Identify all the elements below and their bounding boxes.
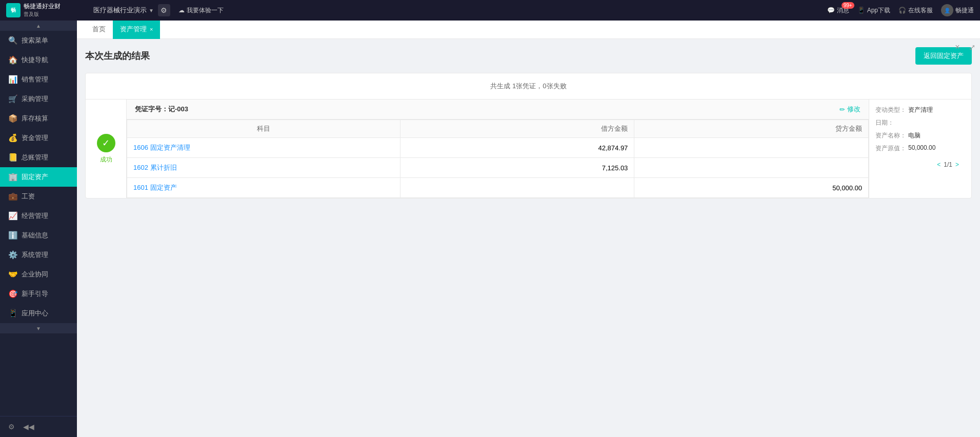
sidebar-item-label: 固定资产 [22, 172, 48, 182]
success-circle: ✓ [97, 134, 115, 152]
pagination: < 1/1 > [875, 157, 965, 172]
sidebar-item-quick-nav[interactable]: 🏠 快捷导航 [0, 50, 77, 70]
top-header: 畅 畅捷通好业财 普及版 医疗器械行业演示 ▼ ⚙ ☁ 我要体验一下 💬 消息 … [0, 0, 980, 21]
subject-cell: 1601 固定资产 [127, 178, 401, 198]
sidebar-item-label: 基础信息 [22, 231, 48, 240]
asset-value-label: 资产原值： [875, 144, 906, 153]
sidebar-item-system[interactable]: ⚙️ 系统管理 [0, 245, 77, 265]
sidebar-scroll-up[interactable]: ▲ [0, 21, 77, 31]
sidebar-item-funds[interactable]: 💰 资金管理 [0, 128, 77, 148]
user-area[interactable]: 👤 畅捷通 [941, 4, 974, 16]
asset-name-row: 资产名称： 电脑 [875, 131, 965, 140]
footer-settings-button[interactable]: ⚙ [6, 421, 17, 433]
sidebar: ▲ 🔍 搜索菜单 🏠 快捷导航 📊 销售管理 🛒 采购管理 📦 库存核算 💰 资… [0, 21, 77, 437]
debit-cell [400, 178, 634, 198]
sidebar-item-search[interactable]: 🔍 搜索菜单 [0, 31, 77, 50]
col-subject-header: 科目 [127, 120, 401, 138]
page-header: 本次生成的结果 返回固定资产 [85, 47, 972, 65]
sidebar-item-purchase[interactable]: 🛒 采购管理 [0, 89, 77, 109]
sidebar-item-label: 新手引导 [22, 289, 48, 299]
sidebar-item-payroll[interactable]: 💼 工资 [0, 187, 77, 206]
table-row: 1602 累计折旧 7,125.03 [127, 158, 869, 178]
expand-icon: ⤢ [969, 43, 975, 52]
summary-text: 共生成 1张凭证，0张失败 [490, 82, 566, 90]
asset-name-value: 电脑 [908, 131, 921, 140]
subject-link[interactable]: 1601 固定资产 [133, 184, 177, 191]
sidebar-item-operations[interactable]: 📈 经营管理 [0, 206, 77, 226]
close-button[interactable]: × [951, 41, 964, 53]
avatar: 👤 [941, 4, 953, 16]
success-text: 成功 [100, 155, 112, 164]
sidebar-item-collaboration[interactable]: 🤝 企业协同 [0, 265, 77, 284]
sidebar-scroll-down[interactable]: ▼ [0, 323, 77, 333]
header-right: 💬 消息 99+ 📱 App下载 🎧 在线客服 👤 畅捷通 [827, 4, 974, 16]
experience-button[interactable]: ☁ 我要体验一下 [178, 6, 224, 15]
sidebar-item-basic-info[interactable]: ℹ️ 基础信息 [0, 226, 77, 245]
nav-tabs: 首页 资产管理 × [77, 21, 980, 39]
expand-button[interactable]: ⤢ [966, 41, 978, 53]
header-middle: 医疗器械行业演示 ▼ ⚙ ☁ 我要体验一下 [83, 4, 827, 16]
credit-cell [634, 138, 869, 158]
support-button[interactable]: 🎧 在线客服 [898, 6, 933, 15]
info-icon: ℹ️ [8, 231, 17, 240]
subject-link[interactable]: 1606 固定资产清理 [133, 144, 190, 151]
result-area: 共生成 1张凭证，0张失败 ✓ 成功 凭证字 [85, 73, 972, 198]
messages-button[interactable]: 💬 消息 99+ [827, 6, 849, 15]
edit-label: 修改 [847, 105, 861, 114]
sidebar-item-inventory[interactable]: 📦 库存核算 [0, 109, 77, 128]
sidebar-item-ledger[interactable]: 📒 总账管理 [0, 148, 77, 167]
edit-button[interactable]: ✏ 修改 [839, 105, 861, 114]
settings-icon[interactable]: ⚙ [158, 4, 170, 16]
collapse-icon: ◀◀ [23, 423, 34, 431]
support-label: 在线客服 [908, 6, 933, 15]
next-page-button[interactable]: > [955, 161, 959, 168]
footer-collapse-button[interactable]: ◀◀ [21, 421, 36, 433]
system-icon: ⚙️ [8, 250, 17, 260]
subject-cell: 1602 累计折旧 [127, 158, 401, 178]
sidebar-item-sales[interactable]: 📊 销售管理 [0, 70, 77, 89]
page-content: × ⤢ 本次生成的结果 返回固定资产 共生成 1张凭证，0张失败 [77, 39, 980, 437]
home-icon: 🏠 [8, 55, 17, 65]
search-icon: 🔍 [8, 36, 17, 45]
voucher-number: 凭证字号：记-003 [135, 105, 188, 114]
sidebar-item-label: 经营管理 [22, 211, 48, 221]
voucher-table: 科目 借方金额 贷方金额 1606 固定资产清理 42,874.97 1602 … [127, 120, 869, 198]
sidebar-footer: ⚙ ◀◀ [0, 416, 77, 437]
gear-icon: ⚙ [8, 423, 15, 431]
sidebar-item-label: 搜索菜单 [22, 36, 48, 45]
subject-link[interactable]: 1602 累计折旧 [133, 164, 177, 171]
company-selector[interactable]: 医疗器械行业演示 ▼ [93, 6, 154, 15]
sidebar-item-guide[interactable]: 🎯 新手引导 [0, 284, 77, 304]
message-icon: 💬 [827, 7, 835, 14]
sidebar-item-fixed-assets[interactable]: 🏢 固定资产 [0, 167, 77, 187]
close-icon: × [955, 43, 959, 52]
logo-sub: 普及版 [24, 11, 61, 18]
tab-close-icon[interactable]: × [150, 26, 153, 32]
user-label: 畅捷通 [955, 6, 974, 15]
sidebar-item-label: 企业协同 [22, 270, 48, 279]
phone-icon: 📱 [857, 7, 865, 14]
tab-home[interactable]: 首页 [85, 21, 113, 39]
tab-asset-mgmt[interactable]: 资产管理 × [113, 21, 160, 39]
result-summary: 共生成 1张凭证，0张失败 [86, 73, 971, 100]
inventory-icon: 📦 [8, 114, 17, 123]
cloud-icon: ☁ [178, 7, 185, 14]
sidebar-item-label: 资金管理 [22, 133, 48, 143]
sidebar-item-label: 库存核算 [22, 114, 48, 123]
app-download-button[interactable]: 📱 App下载 [857, 6, 890, 15]
side-info: 变动类型： 资产清理 日期： 资产名称： 电脑 资产原值： [869, 100, 971, 198]
debit-cell: 42,874.97 [400, 138, 634, 158]
sidebar-item-label: 总账管理 [22, 153, 48, 162]
experience-label: 我要体验一下 [187, 6, 224, 15]
main-layout: ▲ 🔍 搜索菜单 🏠 快捷导航 📊 销售管理 🛒 采购管理 📦 库存核算 💰 资… [0, 21, 980, 437]
credit-cell [634, 158, 869, 178]
guide-icon: 🎯 [8, 289, 17, 299]
purchase-icon: 🛒 [8, 94, 17, 104]
prev-page-button[interactable]: < [937, 161, 941, 168]
asset-value-value: 50,000.00 [908, 144, 935, 153]
sidebar-item-apps[interactable]: 📱 应用中心 [0, 304, 77, 323]
tab-home-label: 首页 [92, 25, 106, 34]
payroll-icon: 💼 [8, 192, 17, 201]
page-indicator: 1/1 [944, 161, 952, 168]
logo-area: 畅 畅捷通好业财 普及版 [6, 3, 83, 18]
